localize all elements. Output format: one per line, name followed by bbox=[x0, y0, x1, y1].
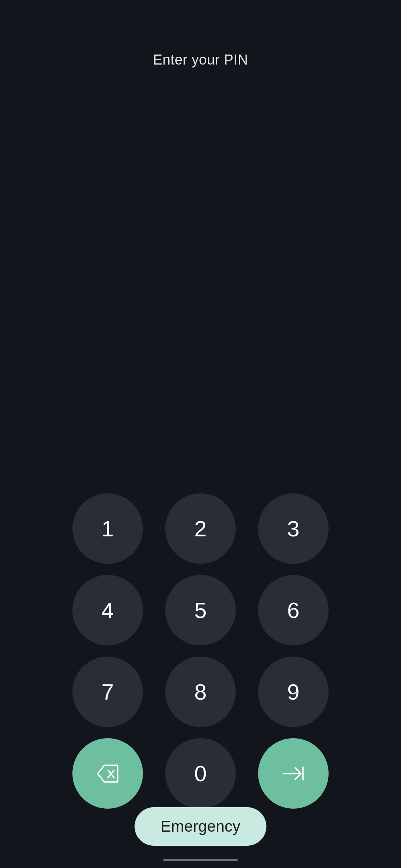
key-2[interactable]: 2 bbox=[165, 493, 236, 564]
keypad-row-2: 4 5 6 bbox=[72, 575, 329, 645]
key-4[interactable]: 4 bbox=[72, 575, 143, 645]
pin-prompt-label: Enter your PIN bbox=[153, 52, 248, 68]
key-5[interactable]: 5 bbox=[165, 575, 236, 645]
keypad-row-1: 1 2 3 bbox=[72, 493, 329, 564]
key-7[interactable]: 7 bbox=[72, 657, 143, 727]
key-8[interactable]: 8 bbox=[165, 657, 236, 727]
key-6[interactable]: 6 bbox=[258, 575, 329, 645]
key-0[interactable]: 0 bbox=[165, 738, 236, 809]
key-3[interactable]: 3 bbox=[258, 493, 329, 564]
enter-icon bbox=[281, 763, 306, 784]
keypad-row-4: 0 bbox=[72, 738, 329, 809]
enter-button[interactable] bbox=[258, 738, 329, 809]
emergency-button[interactable]: Emergency bbox=[134, 807, 266, 846]
home-indicator bbox=[163, 859, 238, 861]
backspace-icon bbox=[95, 763, 121, 784]
keypad: 1 2 3 4 5 6 7 8 9 bbox=[0, 493, 401, 809]
keypad-row-3: 7 8 9 bbox=[72, 657, 329, 727]
backspace-button[interactable] bbox=[72, 738, 143, 809]
key-9[interactable]: 9 bbox=[258, 657, 329, 727]
key-1[interactable]: 1 bbox=[72, 493, 143, 564]
